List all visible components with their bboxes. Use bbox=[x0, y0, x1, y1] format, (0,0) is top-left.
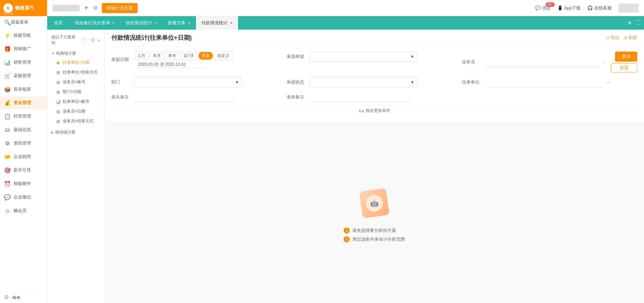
collapse-conditions-btn[interactable]: ∧∧ 收起更多条件 bbox=[111, 105, 637, 116]
date-btn-more[interactable]: 更多 bbox=[199, 52, 213, 60]
date-btn-custom[interactable]: 自定义 bbox=[214, 52, 232, 60]
pc-group-arrow-icon: ▼ bbox=[51, 52, 55, 55]
scheme-query-label: 按以下方案查询 bbox=[51, 34, 79, 46]
sidebar-item-inventory[interactable]: 📦 库存核算 bbox=[0, 83, 47, 96]
trial-industry-btn[interactable]: 体验行业方案 bbox=[102, 3, 138, 13]
scheme-item-salesman-date[interactable]: ▦ 业务员+日期 bbox=[47, 107, 104, 116]
sidebar-item-collab[interactable]: 🤝 企业协同 bbox=[0, 150, 47, 163]
scheme-item-partner-settlement[interactable]: ▦ 往来单位+结算方式 bbox=[47, 67, 104, 77]
phone-icon: 📱 bbox=[557, 5, 563, 10]
scheme-item-label: 业务员+结算方式 bbox=[63, 118, 93, 124]
add-scheme-btn[interactable]: + bbox=[81, 37, 87, 43]
date-btn-last-month[interactable]: 上月 bbox=[134, 52, 148, 60]
sidebar: 6 畅捷通巧 标准版 🔍 搜索菜单 ⚡ 快捷导航 🎁 营销推广 📊 销售管理 🛒… bbox=[0, 0, 47, 303]
sidebar-item-search[interactable]: 🔍 搜索菜单 bbox=[0, 16, 47, 29]
sidebar-bottom: ⚙ ◀◀ bbox=[0, 291, 47, 303]
scheme-item-salesman-account[interactable]: ▦ 业务员+账号 bbox=[47, 77, 104, 87]
collapse-label: 收起更多条件 bbox=[366, 108, 390, 114]
mobile-group-label: 移动端方案 bbox=[55, 129, 76, 135]
empty-msg-2: 2 用过滤条件来缩小分析范围 bbox=[344, 236, 405, 242]
sidebar-item-system[interactable]: ⚙ 系统管理 bbox=[0, 137, 47, 150]
sidebar-item-purchase[interactable]: 🛒 采购管理 bbox=[0, 69, 47, 83]
tab-payment-stats-close[interactable]: ✕ bbox=[230, 21, 233, 25]
date-btn-this-month[interactable]: 本月 bbox=[150, 52, 164, 60]
date-range-input[interactable] bbox=[137, 61, 204, 68]
scheme-item-dept-date[interactable]: ▦ 部门+日期 bbox=[47, 87, 104, 97]
sidebar-item-label: 快捷导航 bbox=[13, 32, 31, 38]
sidebar-item-newbie[interactable]: 🎯 新手引导 bbox=[0, 163, 47, 177]
sidebar-item-sales[interactable]: 📊 销售管理 bbox=[0, 56, 47, 69]
purchase-icon: 🛒 bbox=[4, 72, 11, 79]
settings-scheme-btn[interactable]: ⚙ bbox=[89, 37, 96, 43]
empty-illustration: 🤖 bbox=[354, 183, 394, 223]
dept-select[interactable]: ▼ bbox=[134, 77, 242, 87]
edition-badge: 标准版 bbox=[3, 11, 13, 16]
app-download-btn[interactable]: 📱 App下载 bbox=[557, 5, 581, 11]
basic-info-icon: 🗂 bbox=[4, 126, 11, 133]
tab-cash-bank-close[interactable]: ✕ bbox=[112, 21, 115, 25]
sidebar-item-quick-nav[interactable]: ⚡ 快捷导航 bbox=[0, 29, 47, 42]
scheme-sidebar-header: 按以下方案查询 + ⚙ « bbox=[47, 32, 104, 48]
date-btn-7days[interactable]: 近7天 bbox=[181, 52, 197, 60]
tab-receipt-stats[interactable]: 收款情况统计 ✕ bbox=[120, 16, 163, 30]
main-content: ▼ ⚙ 体验行业方案 💬 消息 99+ 📱 App下载 🎧 在线客服 首页 bbox=[47, 0, 644, 303]
date-filter-label: 单据日期 bbox=[111, 57, 131, 63]
scheme-item-label: 业务员+日期 bbox=[63, 109, 85, 114]
query-btn[interactable]: 查询 bbox=[615, 52, 637, 62]
sidebar-item-label: 经营管理 bbox=[13, 113, 31, 119]
sidebar-item-label: 资金管理 bbox=[13, 100, 31, 106]
partner-ellipsis[interactable]: ··· bbox=[606, 80, 610, 85]
settings-icon[interactable]: ⚙ bbox=[4, 294, 9, 300]
fullscreen-icon[interactable]: ⛶ bbox=[635, 20, 641, 26]
export-btn[interactable]: ↗ 导出 bbox=[606, 35, 619, 41]
page-header: 付款情况统计(往来单位+日期) ↗ 导出 ↺ 刷新 bbox=[105, 30, 644, 46]
scheme-item-label: 往来单位+结算方式 bbox=[63, 69, 97, 75]
voucher-status-filter-label: 单据状态 bbox=[287, 79, 307, 85]
sidebar-item-marketing[interactable]: 🎁 营销推广 bbox=[0, 42, 47, 56]
tab-payment-stats-label: 付款情况统计 bbox=[201, 20, 228, 26]
sidebar-item-hardware[interactable]: ⏰ 智能硬件 bbox=[0, 177, 47, 190]
sidebar-item-label: 系统管理 bbox=[13, 140, 31, 146]
sidebar-item-label: 畅会员 bbox=[13, 208, 27, 214]
empty-msg-text-2: 用过滤条件来缩小分析范围 bbox=[352, 236, 405, 242]
online-service-btn[interactable]: 🎧 在线客服 bbox=[587, 5, 612, 11]
source-select[interactable]: ▼ bbox=[310, 52, 417, 62]
mobile-scheme-group[interactable]: ▶ 移动端方案 bbox=[47, 127, 104, 137]
sidebar-item-basic-info[interactable]: 🗂 基础信息 bbox=[0, 123, 47, 137]
voucher-status-select[interactable]: ▼ bbox=[310, 77, 417, 87]
hardware-icon: ⏰ bbox=[4, 180, 11, 187]
sales-icon: 📊 bbox=[4, 59, 11, 66]
refresh-btn[interactable]: ↺ 刷新 bbox=[623, 35, 637, 41]
close-all-tabs-icon[interactable]: ✕ bbox=[627, 20, 632, 26]
source-filter-label: 来源单据 bbox=[287, 54, 307, 60]
pc-scheme-group-header[interactable]: ▼ 电脑端方案 bbox=[47, 49, 104, 58]
sidebar-item-operations[interactable]: 📋 经营管理 bbox=[0, 110, 47, 123]
scheme-item-active-icon: ◉ bbox=[55, 60, 61, 65]
tab-cash-bank[interactable]: 现金银行流水查询 ✕ bbox=[69, 16, 120, 30]
scheme-item-icon: ▦ bbox=[55, 89, 61, 95]
export-label: 导出 bbox=[611, 35, 619, 41]
tab-new-scheme-close[interactable]: ✕ bbox=[187, 21, 191, 25]
breadcrumb-dropdown-icon[interactable]: ▼ bbox=[84, 5, 89, 11]
scheme-item-salesman-settlement[interactable]: ▦ 业务员+结算方式 bbox=[47, 116, 104, 126]
settings-btn[interactable]: 设置 bbox=[611, 63, 637, 72]
page-title: 付款情况统计(往来单位+日期) bbox=[111, 34, 192, 42]
tab-new-scheme[interactable]: 新建方案 ✕ bbox=[163, 16, 196, 30]
collapse-sidebar-icon[interactable]: ◀◀ bbox=[11, 294, 20, 300]
tab-receipt-stats-close[interactable]: ✕ bbox=[154, 21, 157, 25]
tab-payment-stats[interactable]: 付款情况统计 ✕ bbox=[196, 16, 238, 30]
scheme-item-partner-date[interactable]: ◉ 往来单位+日期 bbox=[47, 58, 104, 67]
scheme-item-partner-account[interactable]: 📊 往来单位+账号 bbox=[47, 97, 104, 107]
sidebar-item-wechat[interactable]: 💬 企业微信 bbox=[0, 190, 47, 204]
messages-btn[interactable]: 💬 消息 99+ bbox=[535, 5, 551, 11]
tab-home[interactable]: 首页 bbox=[47, 16, 69, 30]
sidebar-item-member[interactable]: ◇ 畅会员 bbox=[0, 204, 47, 217]
tab-home-label: 首页 bbox=[54, 20, 63, 26]
topbar-gear-icon[interactable]: ⚙ bbox=[93, 5, 98, 11]
system-icon: ⚙ bbox=[4, 140, 11, 147]
collapse-scheme-sidebar-icon[interactable]: « bbox=[97, 37, 100, 43]
user-avatar[interactable] bbox=[618, 4, 639, 12]
date-btn-this-year[interactable]: 本年 bbox=[165, 52, 179, 60]
salesman-ellipsis[interactable]: ··· bbox=[602, 59, 606, 65]
sidebar-item-finance[interactable]: 💰 资金管理 bbox=[0, 96, 47, 110]
